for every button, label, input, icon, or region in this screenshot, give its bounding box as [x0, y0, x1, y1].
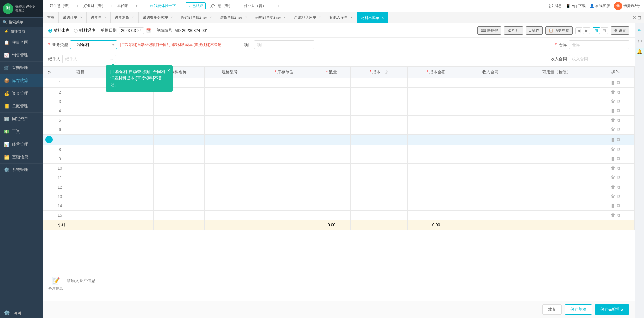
right-panel-alert-icon[interactable]: 🔔: [636, 48, 644, 56]
sidebar-item-business[interactable]: 📊 经营管理: [0, 138, 43, 151]
print-btn[interactable]: 🖨 打印: [504, 26, 523, 35]
form-view-btn[interactable]: ⊟: [601, 27, 608, 34]
tab-material-out[interactable]: 材料出库单 ×: [357, 12, 388, 23]
save-new-btn[interactable]: 保存&新增 ∧: [595, 304, 629, 315]
tab-purchase-return[interactable]: 进货退货 ×: [111, 12, 139, 23]
delete-row-btn[interactable]: 🗑: [610, 98, 616, 105]
copy-row-btn[interactable]: ⧉: [616, 202, 621, 209]
tab-close-purchase-stat[interactable]: ×: [210, 16, 212, 19]
tab-close-material-out[interactable]: ×: [382, 16, 384, 20]
shortcut-btn[interactable]: ⌨ 快捷键: [477, 26, 501, 35]
topbar-dropdown[interactable]: ▾: [133, 2, 140, 9]
copy-row-btn[interactable]: ⧉: [616, 79, 621, 86]
save-draft-btn[interactable]: 保存草稿: [565, 304, 592, 315]
topbar-more[interactable]: + ...: [275, 3, 287, 9]
copy-row-btn[interactable]: ⧉: [616, 89, 621, 95]
tab-close-purchase-order[interactable]: ×: [80, 16, 82, 19]
table-view-btn[interactable]: ⊞: [593, 27, 600, 34]
tab-close-other-in[interactable]: ×: [351, 16, 353, 19]
sidebar-item-finance[interactable]: 💰 资金管理: [0, 87, 43, 100]
income-contract-input[interactable]: 收入合同 ···: [569, 55, 629, 63]
delete-row-btn[interactable]: 🗑: [610, 117, 616, 123]
delete-row-btn[interactable]: 🗑: [610, 107, 616, 114]
sidebar-item-project[interactable]: 📋 项目合同: [0, 36, 43, 49]
copy-row-btn[interactable]: ⧉: [616, 126, 621, 133]
topbar-haoshengyi[interactable]: 好生意（普）: [47, 2, 74, 10]
sidebar-search[interactable]: 🔍 搜索菜单: [0, 18, 43, 27]
cost-info-icon[interactable]: ⓘ: [385, 70, 388, 74]
col-gear[interactable]: ⚙: [43, 67, 55, 78]
tab-menu[interactable]: ⊟: [637, 15, 641, 20]
sidebar-item-inventory[interactable]: 📦 库存核算: [0, 74, 43, 87]
tab-close-purchase-return[interactable]: ×: [132, 16, 134, 19]
delete-row-btn[interactable]: 🗑: [610, 89, 616, 95]
calendar-icon[interactable]: 📅: [146, 28, 151, 33]
tab-purchase-exec[interactable]: 采购订单执行表 ×: [251, 12, 290, 23]
sidebar-item-sales[interactable]: 📈 销售管理: [0, 49, 43, 62]
right-panel-tag-icon[interactable]: 🏷: [636, 37, 644, 45]
tab-purchase-stat[interactable]: 采购订单统计表 ×: [177, 12, 216, 23]
copy-row-btn[interactable]: ⧉: [616, 117, 621, 123]
sidebar-item-salary[interactable]: 💵 工资: [0, 125, 43, 138]
topbar-trial[interactable]: ⊙ 我要体验一下: [147, 2, 179, 10]
next-record-btn[interactable]: ▶: [583, 27, 590, 34]
agent-expand-icon[interactable]: ···: [110, 57, 113, 61]
tab-purchase-expense[interactable]: 采购费用分摊单 ×: [139, 12, 177, 23]
tab-close-purchase-expense[interactable]: ×: [171, 16, 173, 19]
radio-material-out[interactable]: 材料出库: [48, 28, 70, 33]
copy-row-btn[interactable]: ⧉: [616, 183, 621, 190]
copy-row-btn[interactable]: ⧉: [616, 212, 621, 218]
copy-row-btn[interactable]: ⧉: [616, 174, 621, 181]
delete-row-btn[interactable]: 🗑: [610, 183, 616, 190]
delete-row-btn[interactable]: 🗑: [610, 212, 616, 218]
topbar-hs2[interactable]: 好生意（普）: [208, 2, 235, 10]
copy-row-btn[interactable]: ⧉: [616, 136, 621, 143]
tab-close-all[interactable]: ×: [633, 15, 636, 21]
tab-purchase-in[interactable]: 进货单 ×: [87, 12, 111, 23]
sidebar-item-assets[interactable]: 🏢 固定资产: [0, 113, 43, 125]
tooltip-close-btn[interactable]: ×: [167, 67, 170, 74]
topbar-app-download[interactable]: 📱 App下载: [566, 3, 586, 8]
tab-purchase-order[interactable]: 采购订单 ×: [59, 12, 87, 23]
topbar-yidaizhang[interactable]: 易代账: [114, 2, 131, 10]
project-input[interactable]: 项目 ···: [254, 40, 314, 49]
delete-row-btn[interactable]: 🗑: [610, 193, 616, 200]
tab-close-finished-in[interactable]: ×: [319, 16, 321, 19]
tab-other-in[interactable]: 其他入库单 ×: [325, 12, 357, 23]
settings-header-btn[interactable]: ⚙ 设置: [611, 26, 629, 35]
prev-record-btn[interactable]: ◀: [575, 27, 582, 34]
tab-finished-in[interactable]: 产成品入库单 ×: [290, 12, 325, 23]
agent-input[interactable]: 经手人 ···: [62, 55, 116, 63]
sidebar-item-purchase[interactable]: 🛒 采购管理: [0, 62, 43, 74]
collapse-icon[interactable]: ◀◀: [14, 310, 21, 315]
tab-close-purchase-in[interactable]: ×: [104, 16, 106, 19]
sidebar-item-basic[interactable]: 🗂️ 基础信息: [0, 151, 43, 164]
discard-btn[interactable]: 放弃: [542, 304, 562, 315]
tab-home[interactable]: 首页: [43, 12, 59, 23]
copy-row-btn[interactable]: ⧉: [616, 107, 621, 114]
sidebar-item-system[interactable]: ⚙️ 系统管理: [0, 164, 43, 176]
delete-row-btn[interactable]: 🗑: [610, 146, 616, 153]
warehouse-input[interactable]: 仓库 ···: [569, 40, 629, 49]
settings-bottom-icon[interactable]: ⚙️: [4, 310, 10, 315]
tab-close-in-stat[interactable]: ×: [245, 16, 247, 19]
project-expand-icon[interactable]: ···: [309, 43, 311, 47]
topbar-user[interactable]: 畅 畅捷通8号: [614, 2, 640, 10]
delete-row-btn[interactable]: 🗑: [610, 136, 616, 143]
add-row-btn[interactable]: +: [45, 136, 53, 143]
delete-row-btn[interactable]: 🗑: [610, 126, 616, 133]
topbar-message[interactable]: 💬 消息: [549, 3, 562, 8]
operation-btn[interactable]: ≡ 操作: [526, 26, 543, 35]
tab-close-purchase-exec[interactable]: ×: [284, 16, 286, 19]
delete-row-btn[interactable]: 🗑: [610, 202, 616, 209]
date-value[interactable]: 2023-03-24: [119, 27, 144, 34]
quick-nav[interactable]: ⚡ 快捷导航: [0, 27, 43, 36]
topbar-customer-service[interactable]: 👤 在线客服: [590, 3, 610, 8]
delete-row-btn[interactable]: 🗑: [610, 79, 616, 86]
income-expand-icon[interactable]: ···: [624, 57, 626, 61]
delete-row-btn[interactable]: 🗑: [610, 165, 616, 171]
delete-row-btn[interactable]: 🗑: [610, 155, 616, 162]
copy-row-btn[interactable]: ⧉: [616, 165, 621, 171]
copy-row-btn[interactable]: ⧉: [616, 155, 621, 162]
copy-row-btn[interactable]: ⧉: [616, 146, 621, 153]
